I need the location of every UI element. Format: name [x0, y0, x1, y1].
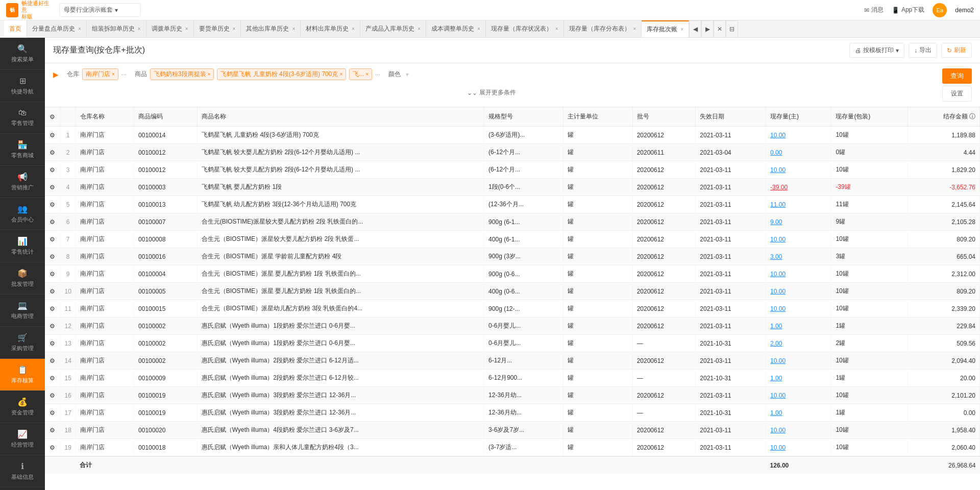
- tab-close-icon[interactable]: ×: [292, 26, 295, 32]
- sidebar-item-quick-nav[interactable]: ⊞ 快捷导航: [0, 70, 45, 102]
- setting-button[interactable]: 设置: [942, 86, 972, 102]
- row-settings-icon[interactable]: ⚙: [45, 161, 60, 179]
- row-stock-main[interactable]: 10.00: [766, 231, 831, 248]
- tab-close-icon[interactable]: ×: [555, 26, 558, 32]
- warehouse-tag-close-icon[interactable]: ×: [112, 71, 115, 77]
- warehouse-tag[interactable]: 南岸门店 ×: [82, 68, 118, 80]
- print-button[interactable]: 🖨 按模板打印 ▾: [849, 43, 904, 58]
- sidebar-item-member[interactable]: 👥 会员中心: [0, 198, 45, 230]
- row-stock-main[interactable]: 2.00: [766, 335, 831, 352]
- row-settings-icon[interactable]: ⚙: [45, 387, 60, 404]
- tab-chengben[interactable]: 成本调整单历史 ×: [426, 20, 486, 38]
- tab-xiancun-zhuang[interactable]: 现存量（库存状况表） ×: [486, 20, 564, 38]
- row-stock-main[interactable]: 10.00: [766, 387, 831, 404]
- sidebar-item-purchase[interactable]: 🛒 采购管理: [0, 327, 45, 359]
- tab-xiancun-fen[interactable]: 现存量（库存分布表） ×: [564, 20, 642, 38]
- row-stock-main[interactable]: -39.00: [766, 179, 831, 196]
- col-settings[interactable]: ⚙: [45, 107, 60, 127]
- sidebar-item-inventory[interactable]: 📋 库存核算: [0, 359, 45, 391]
- warehouse-more-dots[interactable]: ···: [121, 71, 127, 78]
- row-stock-main[interactable]: 10.00: [766, 161, 831, 179]
- row-stock-main[interactable]: 3.00: [766, 248, 831, 265]
- sidebar-item-operation[interactable]: 📈 经营管理: [0, 423, 45, 455]
- product-more-dots[interactable]: ···: [375, 71, 380, 78]
- product-tag-close-icon[interactable]: ×: [339, 71, 342, 77]
- tab-tiao-bo[interactable]: 调拨单历史 ×: [146, 20, 194, 38]
- row-stock-main[interactable]: 10.00: [766, 439, 831, 457]
- tab-next-button[interactable]: ▶: [701, 20, 714, 38]
- sidebar-item-retail-stats[interactable]: 📊 零售统计: [0, 230, 45, 262]
- tab-close-icon[interactable]: ×: [138, 26, 141, 32]
- row-stock-main[interactable]: 10.00: [766, 300, 831, 317]
- tab-close-icon[interactable]: ×: [185, 26, 188, 32]
- product-tag-2[interactable]: 飞鹤星飞帆 儿童奶粉 4段(3-6岁适用) 700克 ×: [217, 68, 346, 80]
- row-settings-icon[interactable]: ⚙: [45, 248, 60, 265]
- row-stock-main[interactable]: 10.00: [766, 422, 831, 439]
- row-stock-main[interactable]: 0.00: [766, 144, 831, 161]
- row-stock-main[interactable]: 1.00: [766, 370, 831, 387]
- row-settings-icon[interactable]: ⚙: [45, 317, 60, 335]
- tab-close-icon[interactable]: ×: [477, 26, 480, 32]
- row-settings-icon[interactable]: ⚙: [45, 335, 60, 352]
- tab-close-all-button[interactable]: ✕: [714, 20, 726, 38]
- row-settings-icon[interactable]: ⚙: [45, 300, 60, 317]
- row-stock-main[interactable]: 9.00: [766, 213, 831, 231]
- tab-home[interactable]: 首页: [4, 20, 27, 38]
- table-container[interactable]: ⚙ 仓库名称 商品编码 商品名称 规格型号 主计量单位 批号 失效日期 现存量(…: [45, 107, 980, 490]
- sidebar-item-search[interactable]: 🔍 搜索菜单: [0, 38, 45, 70]
- product-tag-3[interactable]: 飞... ×: [349, 68, 372, 80]
- row-stock-main[interactable]: 10.00: [766, 127, 831, 144]
- row-stock-main[interactable]: 1.00: [766, 317, 831, 335]
- message-button[interactable]: ✉ 消息: [864, 6, 884, 14]
- tab-close-icon[interactable]: ×: [78, 26, 81, 32]
- tab-qita-chu[interactable]: 其他出库单历史 ×: [241, 20, 301, 38]
- row-settings-icon[interactable]: ⚙: [45, 283, 60, 300]
- tab-cailiao[interactable]: 材料出库单历史 ×: [301, 20, 360, 38]
- row-settings-icon[interactable]: ⚙: [45, 127, 60, 144]
- tab-close-icon[interactable]: ×: [233, 26, 236, 32]
- product-tag-close-icon[interactable]: ×: [365, 71, 369, 77]
- row-stock-main[interactable]: 11.00: [766, 196, 831, 213]
- sidebar-item-system[interactable]: ⚙ 系统管理: [0, 487, 45, 490]
- row-settings-icon[interactable]: ⚙: [45, 144, 60, 161]
- industry-select[interactable]: 母婴行业演示账套 ▾: [59, 3, 141, 17]
- tab-close-icon[interactable]: ×: [680, 27, 683, 32]
- color-chevron-icon[interactable]: ▾: [406, 71, 409, 78]
- product-tag-1[interactable]: 飞鹤奶粉3段两提装 ×: [150, 68, 214, 80]
- filter-expand-arrow[interactable]: ▶: [53, 70, 59, 79]
- query-button[interactable]: 查询: [942, 68, 972, 84]
- row-settings-icon[interactable]: ⚙: [45, 422, 60, 439]
- tab-kucun-pi[interactable]: 库存批次账 ×: [642, 20, 689, 38]
- tab-yao-huo[interactable]: 要货单历史 ×: [194, 20, 241, 38]
- row-settings-icon[interactable]: ⚙: [45, 265, 60, 283]
- row-stock-main[interactable]: 10.00: [766, 265, 831, 283]
- sidebar-item-wholesale[interactable]: 📦 批发管理: [0, 262, 45, 295]
- sidebar-item-retail[interactable]: 🛍 零售管理: [0, 102, 45, 134]
- sidebar-item-basic[interactable]: ℹ 基础信息: [0, 455, 45, 487]
- user-avatar[interactable]: Ea: [933, 3, 947, 17]
- sidebar-item-retail-shop[interactable]: 🏪 零售商城: [0, 134, 45, 166]
- row-settings-icon[interactable]: ⚙: [45, 179, 60, 196]
- app-download-button[interactable]: 📱 App下载: [892, 6, 924, 14]
- sidebar-item-marketing[interactable]: 📢 营销推广: [0, 166, 45, 198]
- tab-fen-pan[interactable]: 分量盘点单历史 ×: [27, 20, 87, 38]
- row-settings-icon[interactable]: ⚙: [45, 196, 60, 213]
- tab-prev-button[interactable]: ◀: [689, 20, 701, 38]
- row-settings-icon[interactable]: ⚙: [45, 213, 60, 231]
- tab-close-icon[interactable]: ×: [352, 26, 355, 32]
- tab-zu-zhuang[interactable]: 组装拆卸单历史 ×: [87, 20, 146, 38]
- row-settings-icon[interactable]: ⚙: [45, 439, 60, 457]
- sidebar-item-finance[interactable]: 💰 资金管理: [0, 391, 45, 423]
- row-stock-main[interactable]: 10.00: [766, 283, 831, 300]
- product-tag-close-icon[interactable]: ×: [208, 71, 211, 77]
- row-settings-icon[interactable]: ⚙: [45, 404, 60, 422]
- tab-menu-button[interactable]: ⊟: [726, 20, 738, 38]
- user-name[interactable]: demo2: [955, 7, 974, 14]
- refresh-button[interactable]: ↻ 刷新: [941, 43, 972, 58]
- row-settings-icon[interactable]: ⚙: [45, 352, 60, 370]
- tab-close-icon[interactable]: ×: [633, 26, 636, 32]
- expand-conditions-button[interactable]: ⌄⌄ 展开更多条件: [463, 86, 520, 99]
- tab-close-icon[interactable]: ×: [418, 26, 421, 32]
- row-settings-icon[interactable]: ⚙: [45, 231, 60, 248]
- row-stock-main[interactable]: 10.00: [766, 352, 831, 370]
